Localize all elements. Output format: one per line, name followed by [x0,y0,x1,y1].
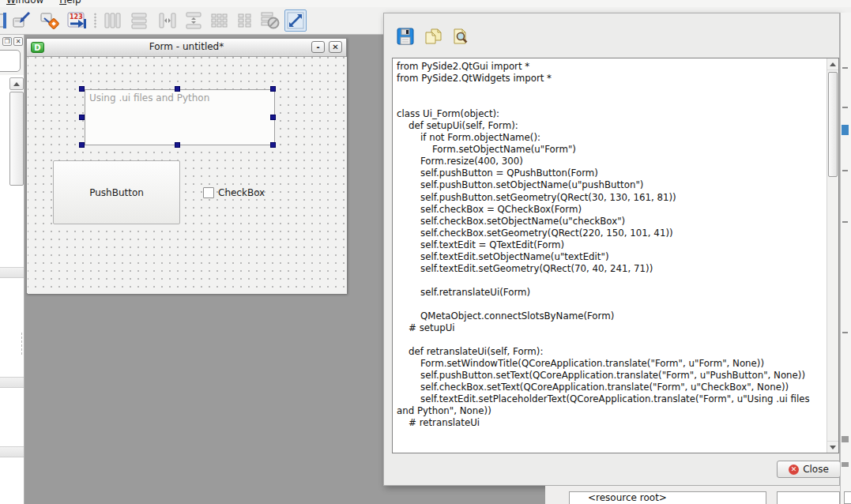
selection-handle[interactable] [270,115,276,120]
checkbox-label: CheckBox [218,187,265,198]
tree-item-fragment [842,436,849,442]
widget-category-row[interactable] [0,446,24,457]
layout-vertically-icon[interactable] [128,9,150,32]
widget-category-row[interactable] [0,267,24,278]
edit-widgets-icon[interactable] [0,9,9,32]
edit-tab-order-icon[interactable]: 123 [66,9,88,32]
python-code[interactable]: from PySide2.QtGui import * from PySide2… [393,58,838,453]
textedit-widget[interactable]: Using .ui files and Python [85,89,275,145]
scroll-up-icon[interactable] [9,77,24,90]
scroll-down-icon[interactable] [827,441,839,453]
selection-handle[interactable] [79,86,85,92]
resource-browser-dock: <resource root> [545,486,840,504]
menu-help[interactable]: Help [59,0,81,6]
menu-window[interactable]: Window [6,0,43,6]
tree-item-fragment [842,462,849,467]
close-window-button[interactable]: ✕ [329,41,342,53]
selection-handle[interactable] [79,142,85,148]
code-preview-dialog: from PySide2.QtGui import * from PySide2… [383,13,840,486]
layout-horizontally-icon[interactable] [101,9,123,32]
edit-buddies-icon[interactable] [39,9,61,32]
form-window-titlebar[interactable]: D Form - untitled* - ✕ [27,39,346,57]
selection-handle[interactable] [270,86,276,92]
save-icon[interactable] [395,26,416,47]
resource-detail-pane[interactable] [777,491,840,504]
tree-branch-mark [842,107,848,108]
dock-float-icon[interactable]: ❐ [2,37,12,46]
break-layout-icon[interactable] [259,9,281,32]
tree-branch-mark [842,67,848,69]
layout-horizontal-splitter-icon[interactable] [156,9,179,32]
selection-handle[interactable] [79,115,85,120]
layout-vertical-splitter-icon[interactable] [183,9,205,32]
svg-text:123: 123 [70,13,83,21]
checkbox-indicator[interactable] [203,187,214,198]
code-scrollbar[interactable] [827,58,838,453]
dock-resize-handle[interactable] [21,332,23,355]
tree-branch-mark [842,170,848,171]
layout-form-icon[interactable] [234,9,256,32]
selection-handle[interactable] [270,142,276,148]
minimize-button[interactable]: - [311,41,325,53]
adjust-size-icon[interactable] [284,9,307,32]
close-x-icon: ✕ [789,465,799,475]
find-icon[interactable] [450,26,471,47]
panel-fragment [844,491,851,504]
menu-bar: Window Help [0,0,851,7]
pushbutton-widget[interactable]: PushButton [53,160,180,224]
form-canvas[interactable]: Using .ui files and Python PushButton Ch… [28,57,347,294]
selection-handle[interactable] [175,86,180,92]
scroll-up-icon[interactable] [827,58,839,70]
code-dialog-toolbar [395,26,471,48]
right-dock-sliver [840,13,851,504]
edit-signals-slots-icon[interactable] [11,9,33,32]
qt-designer-window: Window Help 123 [0,0,851,504]
copy-icon[interactable] [423,26,443,47]
form-editor-window: D Form - untitled* - ✕ Using .ui files a… [26,38,347,294]
close-button-label: Close [803,464,829,475]
layout-grid-icon[interactable] [208,9,230,32]
form-window-title: Form - untitled* [27,41,346,52]
selection-handle[interactable] [175,142,180,148]
resource-root-item[interactable]: <resource root> [588,492,667,503]
tree-branch-mark [842,332,848,333]
resource-tree[interactable]: <resource root> [569,491,766,504]
dock-close-icon[interactable]: ✕ [13,37,23,46]
widget-category-row[interactable] [0,377,24,388]
widget-filter-input[interactable] [0,50,21,72]
checkbox-widget[interactable]: CheckBox [203,176,283,209]
toolbar-separator [94,13,96,28]
tree-selected-item[interactable] [842,125,849,135]
widget-box-panel: ❐ ✕ [0,35,24,504]
widget-list-scrollbar[interactable] [9,92,24,186]
close-button[interactable]: ✕ Close [777,461,841,478]
generated-code-view[interactable]: from PySide2.QtGui import * from PySide2… [392,58,839,453]
tree-branch-mark [842,221,848,223]
scrollbar-thumb[interactable] [828,72,838,177]
